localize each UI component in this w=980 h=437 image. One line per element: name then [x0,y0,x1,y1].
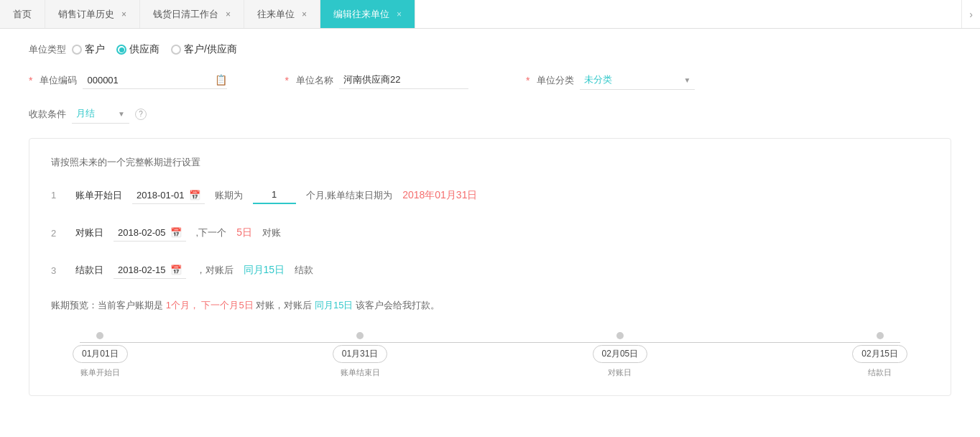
payment-condition-chevron-icon: ▼ [118,110,125,118]
tab-edit-partner[interactable]: 编辑往来单位 × [320,0,415,28]
radio-both[interactable]: 客户/供应商 [171,43,237,56]
setting-row-3: 3 结款日 2018-02-15 📅 ，对账后 同月15日 结款 [51,262,929,279]
tab-partner-list-close[interactable]: × [302,9,307,19]
unit-category-label: 单位分类 [537,74,574,87]
date-field-1: 2018-01-01 📅 [132,187,205,204]
radio-both-label: 客户/供应商 [184,43,237,56]
row-desc-3-highlight: 同月15日 [244,264,285,277]
tab-edit-partner-close[interactable]: × [397,9,402,19]
payment-help-icon[interactable]: ? [135,109,147,120]
settings-box: 请按照未来的一个完整帐期进行设置 1 账单开始日 2018-01-01 📅 账期… [29,138,951,396]
radio-supplier[interactable]: 供应商 [116,43,160,56]
row-desc-3-post: 结款 [295,264,313,277]
tab-home[interactable]: 首页 [0,0,45,28]
form-row-code-name: * 单位编码 📋 * 单位名称 * 单位分类 未分类 ▼ [29,70,951,90]
row-label-1: 账单开始日 [75,189,122,202]
tab-sales-history-close[interactable]: × [121,9,126,19]
timeline-dot-4 [877,332,884,339]
tab-more-arrow[interactable]: › [961,0,980,28]
timeline-sublabel-2: 账单结束日 [341,367,380,378]
unit-code-icon[interactable]: 📋 [215,74,227,86]
setting-row-2: 2 对账日 2018-02-05 📅 ,下一个 5日 对账 [51,224,929,242]
code-required-star: * [29,75,32,86]
unit-code-label: 单位编码 [40,74,77,87]
tab-bar: 首页 销售订单历史 × 钱货日清工作台 × 往来单位 × 编辑往来单位 × › [0,0,980,29]
unit-category-chevron-icon: ▼ [683,76,690,84]
radio-supplier-dot [119,47,124,52]
row-desc-2-pre: ,下一个 [196,226,227,239]
unit-type-label: 单位类型 [29,43,66,56]
payment-condition-select[interactable]: 月结 ▼ [72,104,129,124]
tab-cash-daily-close[interactable]: × [226,9,231,19]
form-row-unit-type: 单位类型 客户 供应商 客户/供应商 [29,43,951,56]
row-desc-1-pre: 账期为 [215,189,243,202]
radio-customer[interactable]: 客户 [72,43,105,56]
tab-partner-list[interactable]: 往来单位 × [244,0,320,28]
row-desc-2-highlight: 5日 [236,226,252,239]
preview-p1: 1个月， [166,300,199,310]
date-field-2: 2018-02-05 📅 [114,224,186,242]
category-required-star: * [526,75,530,86]
payment-condition-field: 收款条件 月结 ▼ ? [29,104,147,124]
preview-text: 账期预览：当前客户账期是 1个月， 下一个月5日 对账，对账后 同月15日 该客… [51,299,929,312]
timeline-point-4: 02月15日 结款日 [852,332,907,378]
preview-p3: 对账，对账后 [256,300,312,310]
unit-code-input[interactable] [83,72,212,88]
row-label-3: 结款日 [75,264,103,277]
period-input[interactable] [253,186,296,204]
preview-p5: 该客户会给我打款。 [356,300,440,310]
preview-p4: 同月15日 [315,300,353,310]
timeline-point-1: 01月01日 账单开始日 [73,332,128,378]
unit-category-select[interactable]: 未分类 ▼ [580,70,695,90]
timeline-badge-4: 02月15日 [852,345,907,363]
preview-label: 账期预览：当前客户账期是 [51,300,163,310]
preview-p2: 下一个月5日 [201,300,253,310]
timeline-sublabel-3: 对账日 [608,367,632,378]
tab-sales-history[interactable]: 销售订单历史 × [45,0,140,28]
row-num-3: 3 [51,265,65,276]
date-value-3: 2018-02-15 [118,264,166,275]
row-num-2: 2 [51,228,65,239]
unit-type-field: 单位类型 客户 供应商 客户/供应商 [29,43,237,56]
radio-group-unit-type: 客户 供应商 客户/供应商 [72,43,237,56]
payment-condition-label: 收款条件 [29,108,66,121]
radio-supplier-circle [116,45,126,55]
tab-edit-partner-label: 编辑往来单位 [333,8,389,21]
timeline-dot-2 [356,332,364,339]
date-value-1: 2018-01-01 [137,190,185,201]
unit-category-value: 未分类 [584,73,680,86]
calendar-icon-3[interactable]: 📅 [170,264,182,275]
timeline-container: 01月01日 账单开始日 01月31日 账单结束日 02月05日 对账日 [51,332,929,378]
end-date-highlight: 2018年01月31日 [402,189,477,202]
name-required-star: * [285,75,288,86]
radio-customer-label: 客户 [85,43,105,56]
calendar-icon-2[interactable]: 📅 [170,227,182,238]
unit-code-input-wrapper: 📋 [83,72,227,89]
radio-supplier-label: 供应商 [129,43,160,56]
tab-sales-history-label: 销售订单历史 [58,8,114,21]
timeline-sublabel-4: 结款日 [868,367,892,378]
timeline-badge-1: 01月01日 [73,345,128,363]
unit-name-input[interactable] [339,72,468,89]
tab-home-label: 首页 [13,8,32,21]
radio-customer-circle [72,45,82,55]
timeline-points: 01月01日 账单开始日 01月31日 账单结束日 02月05日 对账日 [73,332,907,378]
setting-row-1: 1 账单开始日 2018-01-01 📅 账期为 个月,账单结束日期为 2018… [51,186,929,204]
date-value-2: 2018-02-05 [118,227,166,238]
timeline-dot-3 [616,332,624,339]
tab-cash-daily[interactable]: 钱货日清工作台 × [140,0,244,28]
unit-name-field: * 单位名称 [285,72,468,89]
calendar-icon-1[interactable]: 📅 [189,190,200,201]
row-label-2: 对账日 [75,226,103,239]
timeline-badge-3: 02月05日 [593,345,648,363]
timeline-point-3: 02月05日 对账日 [593,332,648,378]
tab-cash-daily-label: 钱货日清工作台 [153,8,218,21]
settings-title: 请按照未来的一个完整帐期进行设置 [51,156,929,169]
radio-both-circle [171,45,181,55]
unit-name-label: 单位名称 [296,74,333,87]
row-desc-1-post: 个月,账单结束日期为 [306,189,393,202]
unit-code-field: * 单位编码 📋 [29,72,227,89]
tab-partner-list-label: 往来单位 [257,8,295,21]
row-desc-2-post: 对账 [262,226,281,239]
payment-condition-value: 月结 [76,107,115,120]
